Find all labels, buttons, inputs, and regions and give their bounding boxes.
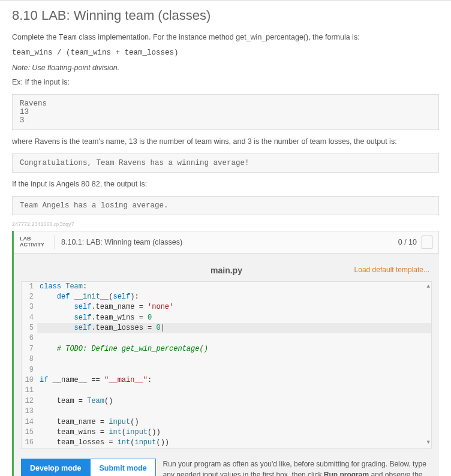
lab-score: 0 / 10 [398,238,417,246]
code-content[interactable]: class Team: [37,282,431,292]
line-number: 2 [22,292,37,302]
editor-filename: main.py [211,266,242,275]
example-intro: Ex: If the input is: [12,77,439,88]
note: Note: Use floating-point division. [12,62,439,74]
line-number: 11 [22,385,37,396]
line-number: 10 [22,375,37,385]
code-line[interactable]: 3 self.team_name = 'none' [22,302,431,312]
code-line[interactable]: 7 # TODO: Define get_win_percentage() [22,344,431,354]
code-line[interactable]: 1class Team: [22,282,431,292]
code-line[interactable]: 10if __name__ == "__main__": [22,375,431,385]
line-number: 1 [22,282,37,292]
code-line[interactable]: 4 self.team_wins = 0 [22,313,431,323]
code-content[interactable] [37,354,431,364]
instructions: Complete the Team class implementation. … [12,32,439,215]
code-content[interactable]: team = Team() [37,396,431,406]
lab-header: LAB ACTIVITY 8.10.1: LAB: Winning team (… [14,231,439,254]
code-line[interactable]: 17 [22,448,431,449]
code-line[interactable]: 11 [22,385,431,396]
line-number: 4 [22,313,37,323]
page-title: 8.10 LAB: Winning team (classes) [0,1,451,28]
code-content[interactable]: team_name = input() [37,417,431,427]
line-number: 16 [22,438,37,448]
code-content[interactable] [37,448,431,449]
lab-title: 8.10.1: LAB: Winning team (classes) [61,238,398,246]
where-line: where Ravens is the team's name, 13 is t… [12,136,439,147]
line-number: 15 [22,427,37,438]
bookmark-icon[interactable] [422,236,432,249]
code-editor[interactable]: ▲ 1class Team:2 def __init__(self):3 sel… [21,281,432,449]
code-line[interactable]: 2 def __init__(self): [22,292,431,302]
if-line: If the input is Angels 80 82, the output… [12,179,439,190]
example-output-block-1: Congratulations, Team Ravens has a winni… [12,153,439,173]
watermark: 247772.2341668.qx3zqy7 [12,221,439,227]
code-content[interactable] [37,333,431,344]
code-content[interactable]: self.team_losses = 0| [37,323,431,333]
mode-description: Run your program as often as you'd like,… [163,459,432,477]
load-template-link[interactable]: Load default template... [354,266,429,274]
class-name: Team [59,34,77,42]
code-line[interactable]: 6 [22,333,431,344]
code-content[interactable]: self.team_wins = 0 [37,313,431,323]
code-line[interactable]: 12 team = Team() [22,396,431,406]
code-content[interactable]: team_wins = int(input()) [37,427,431,438]
code-line[interactable]: 16 team_losses = int(input()) [22,438,431,448]
code-content[interactable] [37,365,431,375]
scroll-down-icon[interactable]: ▼ [427,439,430,447]
divider [55,235,55,249]
code-content[interactable] [37,406,431,417]
example-input-block: Ravens 13 3 [12,94,439,130]
develop-mode-button[interactable]: Develop mode [21,459,90,477]
lab-activity-label: LAB ACTIVITY [20,236,49,248]
line-number: 17 [22,448,37,449]
code-content[interactable] [37,385,431,396]
formula: team_wins / (team_wins + team_losses) [12,47,439,59]
editor-area: main.py Load default template... ▲ 1clas… [14,254,439,477]
line-number: 12 [22,396,37,406]
lab-panel: LAB ACTIVITY 8.10.1: LAB: Winning team (… [12,231,439,477]
code-line[interactable]: 5 self.team_losses = 0| [22,323,431,333]
code-content[interactable]: # TODO: Define get_win_percentage() [37,344,431,354]
code-content[interactable]: team_losses = int(input()) [37,438,431,448]
code-line[interactable]: 8 [22,354,431,364]
line-number: 8 [22,354,37,364]
mode-buttons: Develop mode Submit mode [21,459,156,477]
line-number: 13 [22,406,37,417]
line-number: 9 [22,365,37,375]
line-number: 5 [22,323,37,333]
example-output-block-2: Team Angels has a losing average. [12,196,439,215]
line-number: 3 [22,302,37,312]
code-content[interactable]: if __name__ == "__main__": [37,375,431,385]
line-number: 14 [22,417,37,427]
line-number: 6 [22,333,37,344]
scroll-up-icon[interactable]: ▲ [427,283,430,291]
instr-text: class implementation. For the instance m… [77,33,360,41]
submit-mode-button[interactable]: Submit mode [90,459,155,477]
code-content[interactable]: self.team_name = 'none' [37,302,431,312]
code-line[interactable]: 9 [22,365,431,375]
code-line[interactable]: 14 team_name = input() [22,417,431,427]
code-content[interactable]: def __init__(self): [37,292,431,302]
instr-text: Complete the [12,33,59,41]
code-line[interactable]: 13 [22,406,431,417]
line-number: 7 [22,344,37,354]
code-line[interactable]: 15 team_wins = int(input()) [22,427,431,438]
